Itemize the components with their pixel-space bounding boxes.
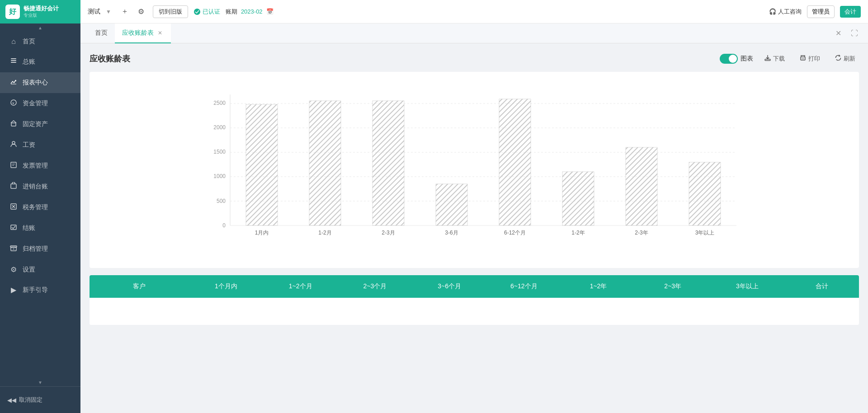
svg-rect-8 [11,162,16,168]
sidebar-item-tax[interactable]: 税务管理 [0,197,80,218]
refresh-icon [835,54,842,63]
tax-icon [9,203,18,212]
col-1-2month: 1~2个月 [263,275,338,298]
sidebar-item-invoice[interactable]: 发票管理 [0,155,80,176]
sidebar-item-capital[interactable]: ¥ 资金管理 [0,93,80,114]
sidebar-item-label: 报表中心 [23,79,48,87]
bar-1[interactable] [246,104,278,225]
svg-text:2-3月: 2-3月 [382,230,395,236]
sidebar-item-label: 发票管理 [23,162,48,170]
svg-rect-15 [11,225,16,230]
svg-rect-1 [11,60,16,61]
role-button[interactable]: 会计 [840,6,861,18]
main-area: 测试 ▼ ＋ ⚙ 切到旧版 已认证 账期 2023-02 📅 🎧 人工咨询 管理… [80,0,868,413]
sidebar-footer: ◀◀ 取消固定 [0,386,80,413]
sidebar-item-closing[interactable]: 结账 [0,218,80,239]
sidebar-item-inventory[interactable]: 进销台账 [0,176,80,197]
page-container: 应收账龄表 图表 下载 [80,43,868,413]
sidebar-item-label: 设置 [23,266,35,274]
bar-3[interactable] [373,101,404,225]
chart-toggle-label: 图表 [741,55,753,63]
consult-label: 人工咨询 [778,8,802,16]
sidebar-item-reports[interactable]: 报表中心 [0,72,80,93]
chart-svg-wrapper: 0 500 1000 1500 2000 2500 [99,85,850,259]
bar-2[interactable] [309,101,341,225]
dropdown-arrow-icon[interactable]: ▼ [106,9,111,15]
sidebar-item-archive[interactable]: 归档管理 [0,239,80,259]
sidebar-item-label: 总账 [23,58,35,66]
topbar-module: 测试 [88,8,100,16]
consult-button[interactable]: 🎧 人工咨询 [769,8,802,16]
sidebar-item-label: 归档管理 [23,245,48,253]
sidebar-nav: ⌂ 首页 总账 报表中心 ¥ 资金管理 固定资产 [0,32,80,378]
settings-icon: ⚙ [9,265,18,274]
refresh-button[interactable]: 刷新 [831,52,859,65]
settings-button[interactable]: ⚙ [135,5,147,18]
sidebar-item-payroll[interactable]: 工资 [0,135,80,155]
closing-icon [9,224,18,233]
svg-point-7 [12,141,15,144]
topbar-right: 🎧 人工咨询 管理员 会计 [769,5,861,18]
reports-icon [9,78,18,87]
tabbar: 首页 应收账龄表 ✕ ✕ ⛶ [80,23,868,43]
sidebar-logo: 好 畅捷通好会计 专业版 [0,0,80,23]
bar-chart: 0 500 1000 1500 2000 2500 [99,85,850,257]
user-button[interactable]: 管理员 [807,5,835,18]
print-icon [799,54,807,63]
cancel-fixed-label: 取消固定 [19,396,42,404]
sidebar-item-guide[interactable]: ▶ 新手引导 [0,280,80,300]
bar-4[interactable] [436,184,467,225]
svg-point-19 [194,9,200,15]
sidebar-item-settings[interactable]: ⚙ 设置 [0,259,80,280]
bar-5[interactable] [499,99,531,225]
bar-7[interactable] [626,147,657,225]
svg-text:1000: 1000 [213,173,226,179]
sidebar-item-ledger[interactable]: 总账 [0,52,80,72]
svg-text:500: 500 [217,198,226,204]
tabbar-right: ✕ ⛶ [832,27,861,40]
payroll-icon [9,141,18,150]
sidebar-item-label: 新手引导 [23,286,48,294]
tab-home-label: 首页 [95,29,108,37]
col-total: 合计 [784,275,859,298]
scroll-down-arrow[interactable]: ▼ [37,379,43,385]
svg-text:1-2年: 1-2年 [571,230,585,236]
tab-aging[interactable]: 应收账龄表 ✕ [115,23,171,43]
expand-icon[interactable]: ⛶ [848,27,861,40]
table-container: 客户 1个月内 1~2个月 2~3个月 3~6个月 6~12个月 1~2年 2~… [90,275,859,325]
sidebar-item-label: 固定资产 [23,120,48,128]
sidebar-item-label: 税务管理 [23,203,48,211]
close-panel-icon[interactable]: ✕ [832,27,844,40]
capital-icon: ¥ [9,99,18,108]
svg-text:¥: ¥ [12,101,14,105]
col-2-3year: 2~3年 [636,275,710,298]
certified-icon [193,8,201,15]
topbar-module-name: 测试 [88,8,100,16]
cancel-fixed-btn[interactable]: ◀◀ 取消固定 [0,391,80,408]
sidebar-item-home[interactable]: ⌂ 首页 [0,32,80,52]
chart-toggle[interactable] [720,54,738,64]
app-edition: 专业版 [24,12,59,19]
bar-6[interactable] [562,172,594,225]
svg-rect-20 [765,59,770,61]
download-button[interactable]: 下载 [760,52,788,65]
scroll-up-area: ▲ [0,23,80,32]
calendar-icon[interactable]: 📅 [266,8,274,15]
print-button[interactable]: 打印 [796,52,824,65]
inventory-icon [9,182,18,191]
add-button[interactable]: ＋ [118,5,131,18]
scroll-up-arrow[interactable]: ▲ [37,24,43,31]
chart-container: 0 500 1000 1500 2000 2500 [90,72,859,268]
headset-icon: 🎧 [769,8,776,15]
svg-rect-0 [11,58,16,59]
tab-close-icon[interactable]: ✕ [156,29,164,37]
sidebar-item-assets[interactable]: 固定资产 [0,114,80,135]
switch-old-version-button[interactable]: 切到旧版 [153,5,188,18]
bar-8[interactable] [689,162,721,225]
cancel-fixed-icon: ◀◀ [7,397,16,404]
svg-text:1月内: 1月内 [255,230,269,236]
tab-home[interactable]: 首页 [88,23,115,43]
col-2-3month: 2~3个月 [338,275,412,298]
svg-text:3年以上: 3年以上 [695,230,715,236]
col-3year-plus: 3年以上 [710,275,785,298]
